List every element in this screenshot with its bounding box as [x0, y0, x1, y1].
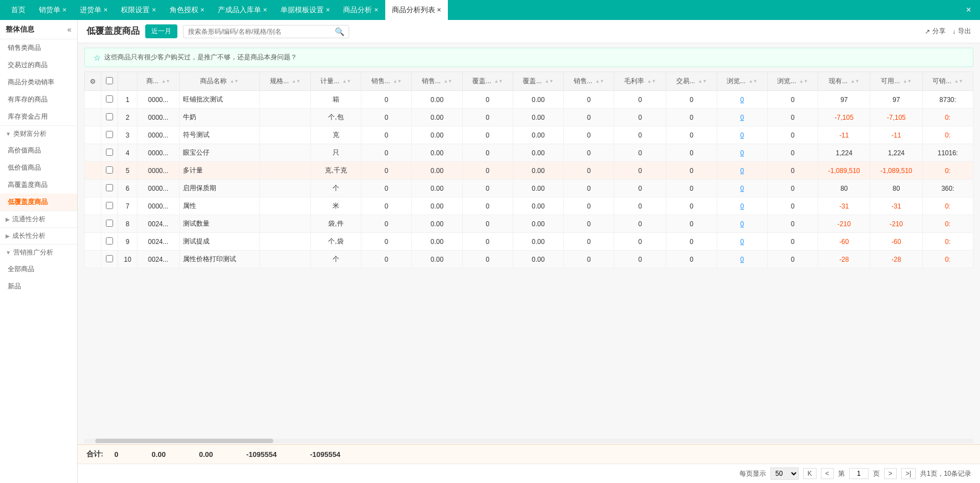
sidebar-item-high-value[interactable]: 高价值商品	[0, 142, 77, 159]
cell-view1[interactable]: 0	[717, 109, 767, 126]
col-name[interactable]: 商品名称 ▲▼	[179, 72, 260, 91]
row-checkbox[interactable]	[106, 255, 113, 262]
cell-view1[interactable]: 0	[717, 180, 767, 197]
row-checkbox[interactable]	[106, 237, 113, 245]
col-settings[interactable]: ⚙	[85, 72, 101, 91]
sidebar-item-all-products[interactable]: 全部商品	[0, 261, 77, 278]
col-unit[interactable]: 计量... ▲▼	[310, 72, 361, 91]
cell-view1[interactable]: 0	[717, 197, 767, 215]
col-current[interactable]: 现有... ▲▼	[818, 72, 870, 91]
sidebar-section-marketing[interactable]: ▼ 营销推广分析	[0, 244, 77, 261]
col-view2[interactable]: 浏览... ▲▼	[767, 72, 818, 91]
col-sales1[interactable]: 销售... ▲▼	[361, 72, 411, 91]
cell-view1[interactable]: 0	[717, 144, 767, 162]
nav-product-analysis-list[interactable]: 商品分析列表 ×	[385, 0, 448, 20]
row-checkbox[interactable]	[106, 149, 113, 156]
cell-settings	[85, 126, 101, 144]
nav-product-analysis[interactable]: 商品分析 ×	[336, 0, 385, 20]
cell-checkbox[interactable]	[101, 180, 118, 197]
prev-page-btn[interactable]: <	[821, 468, 834, 479]
cell-name: 测试数量	[179, 215, 260, 233]
sidebar-item-inventory-capital[interactable]: 库存资金占用	[0, 108, 77, 125]
sidebar-item-high-coverage[interactable]: 高覆盖度商品	[0, 176, 77, 194]
cell-view1[interactable]: 0	[717, 215, 767, 233]
row-checkbox[interactable]	[106, 95, 113, 103]
cell-profit: 0	[614, 144, 666, 162]
cell-checkbox[interactable]	[101, 197, 118, 215]
sidebar-item-new-products[interactable]: 新品	[0, 278, 77, 295]
cell-spec	[260, 162, 310, 180]
cell-view1[interactable]: 0	[717, 233, 767, 251]
search-icon[interactable]: 🔍	[335, 27, 344, 36]
col-cover1[interactable]: 覆盖... ▲▼	[462, 72, 513, 91]
col-view1[interactable]: 浏览... ▲▼	[717, 72, 767, 91]
horizontal-scrollbar[interactable]	[84, 439, 973, 443]
row-checkbox[interactable]	[106, 220, 113, 227]
cell-checkbox[interactable]	[101, 144, 118, 162]
search-input[interactable]	[188, 28, 335, 35]
cell-checkbox[interactable]	[101, 126, 118, 144]
row-checkbox[interactable]	[106, 184, 113, 191]
nav-sales[interactable]: 销货单 ×	[32, 0, 73, 20]
cell-checkbox[interactable]	[101, 251, 118, 268]
page-size-select[interactable]: 50 100 200	[770, 467, 799, 480]
cell-checkbox[interactable]	[101, 109, 118, 126]
cell-view1[interactable]: 0	[717, 126, 767, 144]
cell-checkbox[interactable]	[101, 162, 118, 180]
nav-home[interactable]: 首页	[4, 0, 32, 20]
nav-purchase[interactable]: 进货单 ×	[73, 0, 114, 20]
export-btn[interactable]: ↓ 导出	[952, 27, 971, 36]
col-code[interactable]: 商... ▲▼	[137, 72, 179, 91]
last-page-btn[interactable]: >|	[901, 468, 916, 479]
row-checkbox[interactable]	[106, 113, 113, 120]
col-profit[interactable]: 毛利率 ▲▼	[614, 72, 666, 91]
sidebar-item-low-value[interactable]: 低价值商品	[0, 159, 77, 176]
row-checkbox[interactable]	[106, 131, 113, 138]
page-size-label: 每页显示	[739, 469, 766, 479]
nav-product-entry[interactable]: 产成品入库单 ×	[211, 0, 274, 20]
sidebar-collapse-btn[interactable]: «	[67, 25, 72, 34]
cell-no: 2	[118, 109, 137, 126]
cell-sellable: 0:	[922, 233, 973, 251]
sidebar-section-liquidity[interactable]: ▶ 流通性分析	[0, 211, 77, 227]
share-btn[interactable]: ↗ 分享	[925, 27, 946, 36]
page-number-input[interactable]	[849, 468, 869, 479]
sidebar-item-low-coverage[interactable]: 低覆盖度商品	[0, 194, 77, 211]
col-sales2[interactable]: 销售... ▲▼	[412, 72, 462, 91]
sidebar-section-wealth-analysis[interactable]: ▼ 类财富分析	[0, 125, 77, 142]
row-checkbox[interactable]	[106, 166, 113, 174]
nav-permission[interactable]: 权限设置 ×	[114, 0, 162, 20]
col-sales3[interactable]: 销售... ▲▼	[564, 72, 614, 91]
col-checkbox[interactable]	[101, 72, 118, 91]
nav-role[interactable]: 角色授权 ×	[163, 0, 211, 20]
row-checkbox[interactable]	[106, 202, 113, 209]
col-available[interactable]: 可用... ▲▼	[870, 72, 922, 91]
cell-no: 1	[118, 91, 137, 109]
cell-checkbox[interactable]	[101, 91, 118, 109]
sidebar-item-category-rate[interactable]: 商品分类动销率	[0, 74, 77, 91]
date-filter-btn[interactable]: 近一月	[145, 24, 177, 38]
cell-view1[interactable]: 0	[717, 162, 767, 180]
sidebar-section-growth[interactable]: ▶ 成长性分析	[0, 227, 77, 244]
col-cover2[interactable]: 覆盖... ▲▼	[513, 72, 563, 91]
next-page-btn[interactable]: >	[884, 468, 897, 479]
first-page-btn[interactable]: K	[803, 468, 816, 479]
col-trade[interactable]: 交易... ▲▼	[666, 72, 717, 91]
cell-sales2: 0.00	[412, 180, 462, 197]
select-all-checkbox[interactable]	[106, 77, 113, 84]
cell-view1[interactable]: 0	[717, 251, 767, 268]
window-close-btn[interactable]: ×	[962, 3, 976, 17]
sidebar-item-stocked-products[interactable]: 有库存的商品	[0, 91, 77, 108]
cell-name: 牛奶	[179, 109, 260, 126]
sidebar-item-sales-products[interactable]: 销售类商品	[0, 39, 77, 57]
cell-checkbox[interactable]	[101, 233, 118, 251]
scrollbar-thumb[interactable]	[95, 439, 273, 443]
sidebar-item-traded-products[interactable]: 交易过的商品	[0, 57, 77, 74]
col-sellable[interactable]: 可销... ▲▼	[922, 72, 973, 91]
cell-cover2: 0.00	[513, 109, 563, 126]
cell-checkbox[interactable]	[101, 215, 118, 233]
col-spec[interactable]: 规格... ▲▼	[260, 72, 310, 91]
cell-view1[interactable]: 0	[717, 91, 767, 109]
nav-template[interactable]: 单据模板设置 ×	[274, 0, 336, 20]
cell-view2: 0	[767, 162, 818, 180]
